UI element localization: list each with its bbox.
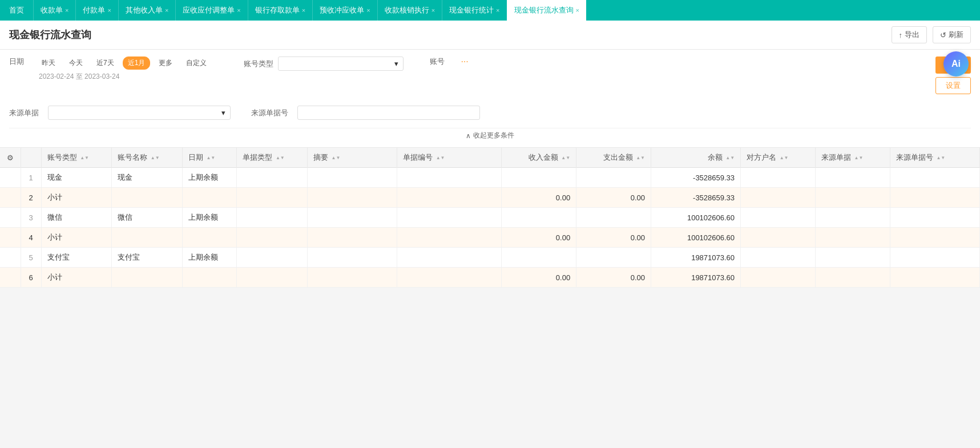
table-cell [502, 208, 576, 228]
top-nav: 首页 收款单 × 付款单 × 其他收入单 × 应收应付调整单 × 银行存取款单 … [0, 0, 980, 21]
table-container: ⚙ 账号类型 ▲▼ 账号名称 ▲▼ 日期 ▲▼ 单据类型 ▲▼ [0, 148, 980, 288]
source-doc-no-input[interactable] [297, 106, 480, 120]
table-cell [741, 188, 816, 208]
nav-tab-7[interactable]: 现金银行统计 × [442, 0, 506, 21]
data-table: ⚙ 账号类型 ▲▼ 账号名称 ▲▼ 日期 ▲▼ 单据类型 ▲▼ [0, 148, 980, 288]
nav-tab-2[interactable]: 其他收入单 × [118, 0, 175, 21]
th-account-type[interactable]: 账号类型 ▲▼ [41, 148, 112, 168]
chevron-down-icon: ▾ [221, 108, 225, 117]
table-cell [815, 268, 890, 288]
th-num [21, 148, 41, 168]
close-icon[interactable]: × [431, 7, 435, 14]
close-icon[interactable]: × [237, 7, 240, 14]
close-icon[interactable]: × [576, 7, 579, 14]
table-cell: 3 [21, 208, 41, 228]
table-cell: 微信 [112, 208, 183, 228]
close-icon[interactable]: × [107, 7, 111, 14]
date-btn-today[interactable]: 今天 [64, 56, 88, 70]
th-expense[interactable]: 支出金额 ▲▼ [576, 148, 651, 168]
table-cell [307, 228, 397, 248]
table-cell [237, 208, 308, 228]
table-cell [397, 248, 502, 268]
date-btn-1month[interactable]: 近1月 [123, 56, 151, 70]
table-row: 5支付宝支付宝上期余额19871073.60 [0, 248, 980, 268]
date-btn-yesterday[interactable]: 昨天 [37, 56, 61, 70]
sort-icon: ▲▼ [206, 155, 215, 160]
close-icon[interactable]: × [302, 7, 305, 14]
source-doc-select[interactable]: ▾ [48, 106, 231, 120]
header-actions: ↑ 导出 ↺ 刷新 [892, 26, 971, 43]
account-type-select[interactable]: ▾ [278, 56, 404, 71]
date-btn-7days[interactable]: 近7天 [91, 56, 119, 70]
th-doc-type[interactable]: 单据类型 ▲▼ [237, 148, 308, 168]
th-account-name[interactable]: 账号名称 ▲▼ [112, 148, 183, 168]
table-cell: 支付宝 [112, 248, 183, 268]
table-cell [182, 268, 237, 288]
export-button[interactable]: ↑ 导出 [892, 26, 927, 43]
nav-tab-3[interactable]: 应收应付调整单 × [175, 0, 247, 21]
ai-badge[interactable]: Ai [943, 51, 969, 76]
table-cell: 0.00 [502, 228, 576, 248]
table-cell [0, 248, 21, 268]
table-cell [0, 268, 21, 288]
sort-icon: ▲▼ [80, 155, 89, 160]
dots-button[interactable]: ··· [457, 56, 471, 67]
close-icon[interactable]: × [65, 7, 68, 14]
th-date[interactable]: 日期 ▲▼ [182, 148, 237, 168]
th-balance[interactable]: 余额 ▲▼ [651, 148, 741, 168]
th-counterparty[interactable]: 对方户名 ▲▼ [741, 148, 816, 168]
table-cell [307, 188, 397, 208]
th-income[interactable]: 收入金额 ▲▼ [502, 148, 576, 168]
filter-area: 日期 昨天 今天 近7天 近1月 更多 自定义 2023-02-24 至 202… [0, 50, 980, 148]
table-cell [182, 228, 237, 248]
nav-tab-4[interactable]: 银行存取款单 × [248, 0, 312, 21]
date-label: 日期 [9, 56, 32, 67]
table-cell: 1 [21, 168, 41, 188]
source-doc-no-label: 来源单据号 [251, 108, 288, 118]
close-icon[interactable]: × [366, 7, 370, 14]
table-cell: 6 [21, 268, 41, 288]
refresh-icon: ↺ [940, 31, 946, 39]
collapse-bar[interactable]: ∧ 收起更多条件 [9, 128, 971, 143]
table-cell: 上期余额 [182, 248, 237, 268]
sort-icon: ▲▼ [151, 155, 160, 160]
table-cell: 4 [21, 228, 41, 248]
sort-icon: ▲▼ [936, 155, 945, 160]
sort-icon: ▲▼ [561, 155, 570, 160]
close-icon[interactable]: × [496, 7, 499, 14]
table-cell [237, 188, 308, 208]
date-btn-more[interactable]: 更多 [154, 56, 178, 70]
table-cell: 小计 [41, 188, 112, 208]
table-cell [112, 268, 183, 288]
nav-tab-8[interactable]: 现金银行流水查询 × [507, 0, 586, 21]
table-cell: 小计 [41, 268, 112, 288]
th-source-doc-no[interactable]: 来源单据号 ▲▼ [890, 148, 979, 168]
date-btn-custom[interactable]: 自定义 [181, 56, 212, 70]
th-summary[interactable]: 摘要 ▲▼ [307, 148, 397, 168]
table-cell: 100102606.60 [651, 208, 741, 228]
table-cell [237, 168, 308, 188]
nav-home[interactable]: 首页 [0, 0, 33, 21]
table-cell: 微信 [41, 208, 112, 228]
table-cell [397, 168, 502, 188]
collapse-up-icon: ∧ [466, 132, 471, 140]
refresh-button[interactable]: ↺ 刷新 [933, 26, 971, 43]
nav-tab-1[interactable]: 付款单 × [75, 0, 118, 21]
th-gear[interactable]: ⚙ [0, 148, 21, 168]
table-cell [397, 228, 502, 248]
table-cell: 支付宝 [41, 248, 112, 268]
nav-tab-0[interactable]: 收款单 × [33, 0, 75, 21]
table-cell [815, 228, 890, 248]
th-source-doc[interactable]: 来源单据 ▲▼ [815, 148, 890, 168]
table-cell: 0.00 [502, 268, 576, 288]
table-cell [502, 168, 576, 188]
settings-button[interactable]: 设置 [935, 77, 971, 94]
close-icon[interactable]: × [165, 7, 168, 14]
nav-tab-5[interactable]: 预收冲应收单 × [312, 0, 377, 21]
nav-tab-6[interactable]: 收款核销执行 × [377, 0, 442, 21]
table-cell [307, 248, 397, 268]
table-cell [741, 168, 816, 188]
sort-icon: ▲▼ [854, 155, 864, 160]
table-cell [237, 228, 308, 248]
th-doc-no[interactable]: 单据编号 ▲▼ [397, 148, 502, 168]
